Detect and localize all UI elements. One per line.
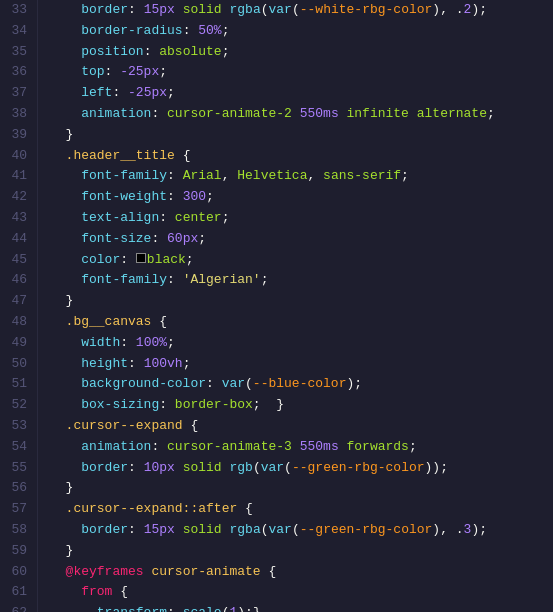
code-line-33: border: 15px solid rgba(var(--white-rbg-… xyxy=(50,0,553,21)
line-num-53: 53 xyxy=(8,416,27,437)
code-line-54: animation: cursor-animate-3 550ms forwar… xyxy=(50,437,553,458)
code-text-area[interactable]: border: 15px solid rgba(var(--white-rbg-… xyxy=(38,0,553,612)
code-line-51: background-color: var(--blue-color); xyxy=(50,374,553,395)
line-num-46: 46 xyxy=(8,270,27,291)
code-line-61: from { xyxy=(50,582,553,603)
code-line-60: @keyframes cursor-animate { xyxy=(50,562,553,583)
line-num-39: 39 xyxy=(8,125,27,146)
code-line-40: .header__title { xyxy=(50,146,553,167)
line-num-56: 56 xyxy=(8,478,27,499)
code-line-42: font-weight: 300; xyxy=(50,187,553,208)
line-num-43: 43 xyxy=(8,208,27,229)
code-line-37: left: -25px; xyxy=(50,83,553,104)
line-num-59: 59 xyxy=(8,541,27,562)
line-num-60: 60 xyxy=(8,562,27,583)
line-number-gutter: 33 34 35 36 37 38 39 40 41 42 43 44 45 4… xyxy=(0,0,38,612)
line-num-40: 40 xyxy=(8,146,27,167)
code-line-34: border-radius: 50%; xyxy=(50,21,553,42)
code-line-52: box-sizing: border-box; } xyxy=(50,395,553,416)
code-line-55: border: 10px solid rgb(var(--green-rbg-c… xyxy=(50,458,553,479)
line-num-54: 54 xyxy=(8,437,27,458)
line-num-36: 36 xyxy=(8,62,27,83)
code-line-62: transform: scale(1);} xyxy=(50,603,553,612)
line-num-57: 57 xyxy=(8,499,27,520)
line-num-61: 61 xyxy=(8,582,27,603)
line-num-38: 38 xyxy=(8,104,27,125)
code-line-38: animation: cursor-animate-2 550ms infini… xyxy=(50,104,553,125)
code-line-58: border: 15px solid rgba(var(--green-rbg-… xyxy=(50,520,553,541)
code-line-47: } xyxy=(50,291,553,312)
code-line-41: font-family: Arial, Helvetica, sans-seri… xyxy=(50,166,553,187)
line-num-49: 49 xyxy=(8,333,27,354)
code-line-39: } xyxy=(50,125,553,146)
line-num-51: 51 xyxy=(8,374,27,395)
code-line-45: color: black; xyxy=(50,250,553,271)
code-line-49: width: 100%; xyxy=(50,333,553,354)
code-line-35: position: absolute; xyxy=(50,42,553,63)
line-num-50: 50 xyxy=(8,354,27,375)
code-line-36: top: -25px; xyxy=(50,62,553,83)
line-num-58: 58 xyxy=(8,520,27,541)
line-num-33: 33 xyxy=(8,0,27,21)
code-line-53: .cursor--expand { xyxy=(50,416,553,437)
code-line-48: .bg__canvas { xyxy=(50,312,553,333)
line-num-42: 42 xyxy=(8,187,27,208)
line-num-55: 55 xyxy=(8,458,27,479)
code-line-59: } xyxy=(50,541,553,562)
line-num-35: 35 xyxy=(8,42,27,63)
line-num-44: 44 xyxy=(8,229,27,250)
code-line-50: height: 100vh; xyxy=(50,354,553,375)
line-num-45: 45 xyxy=(8,250,27,271)
color-swatch-black xyxy=(136,253,146,263)
line-num-52: 52 xyxy=(8,395,27,416)
code-editor: 33 34 35 36 37 38 39 40 41 42 43 44 45 4… xyxy=(0,0,553,612)
code-line-46: font-family: 'Algerian'; xyxy=(50,270,553,291)
code-line-44: font-size: 60px; xyxy=(50,229,553,250)
line-num-37: 37 xyxy=(8,83,27,104)
code-line-57: .cursor--expand::after { xyxy=(50,499,553,520)
code-line-56: } xyxy=(50,478,553,499)
line-num-34: 34 xyxy=(8,21,27,42)
code-line-43: text-align: center; xyxy=(50,208,553,229)
line-num-41: 41 xyxy=(8,166,27,187)
line-num-47: 47 xyxy=(8,291,27,312)
line-num-62: 62 xyxy=(8,603,27,612)
line-num-48: 48 xyxy=(8,312,27,333)
